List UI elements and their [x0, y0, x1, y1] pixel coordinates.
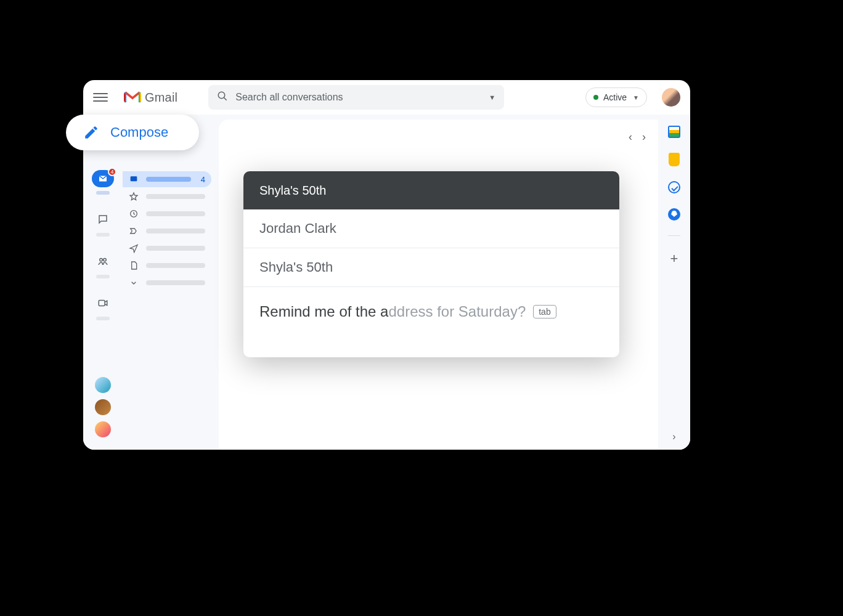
- nav-placeholder: [146, 263, 205, 268]
- compose-button[interactable]: Compose: [66, 115, 199, 150]
- nav-important[interactable]: [123, 223, 211, 239]
- clock-icon: [129, 209, 139, 219]
- spaces-icon: [97, 256, 108, 267]
- search-options-caret-icon[interactable]: ▼: [489, 94, 495, 101]
- rail-spaces[interactable]: [93, 251, 113, 271]
- body-typed-text: Remind me of the a: [259, 303, 388, 320]
- important-icon: [129, 226, 139, 236]
- status-label: Active: [603, 92, 627, 102]
- divider: [668, 235, 680, 236]
- mail-badge: 4: [108, 168, 116, 176]
- gmail-window: Gmail Search all conversations ▼ Active …: [83, 80, 690, 450]
- gmail-wordmark: Gmail: [145, 91, 177, 105]
- rail-chat-indicator: [96, 233, 110, 237]
- app-rail: 4: [83, 115, 123, 450]
- status-caret-icon: ▼: [633, 94, 639, 101]
- pencil-icon: [83, 124, 99, 140]
- tab-key-hint: tab: [533, 305, 556, 318]
- rail-mail-indicator: [96, 191, 110, 195]
- chat-avatar-3[interactable]: [95, 421, 111, 437]
- sent-icon: [129, 243, 139, 253]
- nav-placeholder: [146, 246, 205, 251]
- mail-icon: [97, 173, 108, 184]
- gmail-m-icon: [124, 91, 141, 104]
- addons-plus-icon[interactable]: +: [670, 251, 678, 267]
- tasks-icon[interactable]: [668, 181, 680, 193]
- nav-snoozed[interactable]: [123, 206, 211, 222]
- nav-placeholder: [146, 211, 205, 216]
- svg-line-1: [224, 97, 227, 100]
- rail-spaces-indicator: [96, 275, 110, 278]
- search-bar[interactable]: Search all conversations ▼: [208, 85, 504, 110]
- meet-icon: [97, 298, 108, 309]
- body-smart-compose-suggestion: ddress for Saturday?: [388, 303, 526, 320]
- compose-titlebar[interactable]: Shyla's 50th: [243, 171, 619, 209]
- rail-meet-indicator: [96, 317, 110, 320]
- compose-recipient: Jordan Clark: [259, 221, 336, 236]
- nav-more[interactable]: [123, 275, 211, 291]
- folder-nav: 4: [123, 115, 215, 450]
- svg-point-0: [218, 92, 225, 99]
- compose-subject: Shyla's 50th: [259, 259, 333, 275]
- chat-icon: [97, 214, 108, 225]
- calendar-icon[interactable]: [668, 126, 680, 138]
- rail-mail[interactable]: 4: [92, 170, 114, 187]
- pager: ‹ ›: [629, 131, 646, 144]
- pager-next[interactable]: ›: [642, 131, 646, 144]
- header: Gmail Search all conversations ▼ Active …: [83, 80, 690, 115]
- inbox-icon: [129, 174, 139, 184]
- keep-icon[interactable]: [669, 153, 680, 166]
- rail-chat[interactable]: [93, 209, 113, 229]
- inbox-count: 4: [201, 175, 205, 184]
- compose-window: Shyla's 50th Jordan Clark Shyla's 50th R…: [243, 171, 619, 357]
- nav-inbox[interactable]: 4: [123, 171, 211, 187]
- gmail-logo[interactable]: Gmail: [124, 91, 177, 105]
- svg-rect-5: [131, 176, 137, 181]
- rail-chat-avatars: [95, 377, 111, 437]
- chat-avatar-2[interactable]: [95, 399, 111, 415]
- compose-label: Compose: [110, 124, 168, 140]
- rail-meet[interactable]: [93, 293, 113, 313]
- nav-placeholder: [146, 229, 205, 233]
- pager-prev[interactable]: ‹: [629, 131, 632, 144]
- compose-subject-field[interactable]: Shyla's 50th: [243, 248, 619, 287]
- compose-body[interactable]: Remind me of the address for Saturday? t…: [243, 287, 619, 357]
- nav-placeholder: [146, 194, 205, 199]
- side-panel: + ›: [658, 115, 690, 450]
- chat-avatar-1[interactable]: [95, 377, 111, 393]
- star-icon: [129, 192, 139, 201]
- status-pill[interactable]: Active ▼: [585, 87, 647, 107]
- compose-to-field[interactable]: Jordan Clark: [243, 209, 619, 248]
- search-placeholder: Search all conversations: [235, 92, 481, 103]
- svg-point-3: [104, 259, 107, 262]
- search-icon: [217, 91, 228, 104]
- account-avatar[interactable]: [662, 88, 680, 107]
- nav-placeholder: [146, 177, 191, 182]
- status-dot-icon: [593, 95, 598, 100]
- svg-rect-4: [99, 301, 105, 306]
- chevron-down-icon: [129, 278, 139, 288]
- main-menu-button[interactable]: [93, 90, 108, 105]
- nav-drafts[interactable]: [123, 257, 211, 274]
- nav-sent[interactable]: [123, 240, 211, 256]
- side-panel-collapse-icon[interactable]: ›: [672, 431, 675, 442]
- compose-title: Shyla's 50th: [259, 184, 326, 198]
- contacts-icon[interactable]: [668, 208, 680, 221]
- nav-placeholder: [146, 280, 205, 285]
- svg-point-2: [100, 259, 103, 262]
- drafts-icon: [129, 261, 139, 270]
- nav-starred[interactable]: [123, 188, 211, 205]
